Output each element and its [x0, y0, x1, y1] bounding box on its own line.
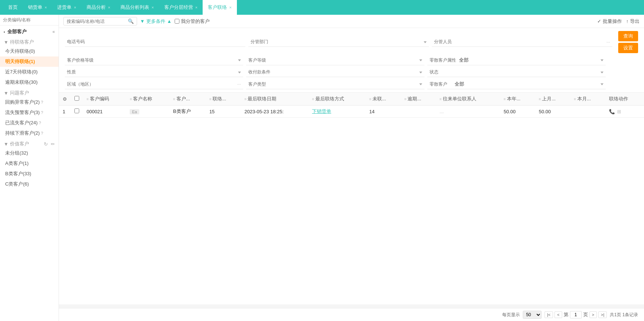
chevron-down-icon-3	[419, 58, 422, 62]
filter-region: 区域（地区） ···	[65, 80, 243, 89]
th-last-month: ≡上月...	[535, 93, 570, 106]
nav-tab-进货单[interactable]: 进货单 ×	[52, 0, 81, 15]
group-label-问题客户: ▼ 问题客户	[0, 87, 59, 97]
search-input[interactable]	[67, 19, 126, 24]
sidebar-item-abnormal-repurchase[interactable]: 回购异常客户(2) ?	[0, 97, 59, 107]
td-last-contact-method[interactable]: 下销货单	[308, 106, 365, 118]
batch-operations-btn[interactable]: ✓ 批量操作	[597, 18, 622, 25]
sidebar-item-a-customers[interactable]: A类客户(1)	[0, 158, 59, 169]
close-tab-客户分层经营-icon[interactable]: ×	[195, 5, 197, 10]
column-settings-icon[interactable]: ⚙	[63, 96, 67, 102]
sidebar-item-declining[interactable]: 持续下滑客户(2) ?	[0, 128, 59, 138]
toolbar: 🔍 ▼ 更多条件 ▲ 我分管的客户 ✓ 批量操作 ↑ 导出	[59, 15, 644, 28]
close-tab-进货单-icon[interactable]: ×	[74, 5, 76, 10]
sidebar-item-ungrouped[interactable]: 未分组(32)	[0, 148, 59, 158]
sidebar-item-overdue-contact[interactable]: 逾期未联络(30)	[0, 77, 59, 87]
sidebar-item-today-contact[interactable]: 今天待联络(0)	[0, 46, 59, 56]
filter-retail: 零散客户 全部	[427, 79, 606, 89]
search-icon[interactable]: 🔍	[128, 18, 134, 24]
sidebar-item-churn-warning[interactable]: 流失预警客户(3) ?	[0, 107, 59, 118]
dept-input[interactable]	[273, 39, 424, 45]
export-btn[interactable]: ↑ 导出	[626, 18, 640, 25]
settings-button[interactable]: 设置	[618, 43, 638, 53]
chevron-down-icon-5	[238, 70, 241, 74]
filter-payment: 收付款条件	[246, 68, 424, 77]
close-tab-商品分析-icon[interactable]: ×	[108, 5, 110, 10]
th-last-contact-date: ≡最后联络日期	[241, 93, 308, 106]
edit-icon[interactable]: ✏	[51, 141, 55, 147]
horizontal-scrollbar[interactable]	[59, 304, 644, 308]
action-icons: 📞 ⊞	[609, 109, 640, 114]
my-customers-checkbox-label: 我分管的客户	[175, 18, 210, 25]
sidebar-item-churned[interactable]: 已流失客户(24) ?	[0, 118, 59, 128]
page-input[interactable]	[570, 311, 582, 318]
last-page-btn[interactable]: >|	[598, 311, 607, 318]
region-more-icon[interactable]: ···	[237, 82, 241, 87]
export-icon: ↑	[626, 18, 629, 24]
sidebar-collapse-btn[interactable]: «	[52, 29, 55, 34]
collapse-icon: ▪	[4, 30, 5, 34]
help-icon-2: ?	[39, 121, 41, 125]
help-icon-0: ?	[41, 100, 43, 104]
sidebar-search-input[interactable]	[3, 17, 58, 23]
chevron-down-icon-6	[419, 70, 422, 74]
nav-tab-客户联络[interactable]: 客户联络 ×	[203, 0, 237, 15]
manager-input[interactable]	[456, 39, 606, 45]
prev-page-btn[interactable]: <	[554, 311, 562, 318]
filter-dept: 分管部门	[248, 37, 429, 47]
th-last-contact-method: ≡最后联络方式	[308, 93, 365, 106]
nav-tab-销货单[interactable]: 销货单 ×	[23, 0, 52, 15]
td-contact-count: 15	[206, 106, 241, 118]
nav-tab-商品分析[interactable]: 商品分析 ×	[81, 0, 115, 15]
th-contact-action: 联络动作	[605, 93, 644, 106]
my-customers-checkbox[interactable]	[175, 19, 179, 24]
th-checkbox	[71, 93, 83, 106]
per-page-select[interactable]: 50 100	[523, 311, 542, 319]
nav-tab-商品分析列表[interactable]: 商品分析列表 ×	[115, 0, 159, 15]
sidebar-item-b-customers[interactable]: B类客户(33)	[0, 169, 59, 179]
filter-row-1: 电话号码 分管部门 分管人员 ··· 查询 设置	[65, 31, 638, 53]
nav-home[interactable]: 首页	[3, 0, 23, 15]
last-contact-link[interactable]: 下销货单	[312, 108, 331, 114]
th-customer-name: ≡客户名称	[126, 93, 169, 106]
filter-row-2: 客户价格等级 客户等级 零散客户属性 全部	[65, 55, 638, 65]
help-icon-1: ?	[41, 110, 43, 115]
pagination-nav: |< < 第 页 > >|	[545, 311, 607, 318]
more-options-icon[interactable]: ···	[606, 39, 610, 45]
more-filter-btn[interactable]: ▼ 更多条件 ▲	[140, 18, 172, 25]
first-page-btn[interactable]: |<	[545, 311, 553, 318]
table-area: ⚙ ≡客户编码 ≡客户名称 ≡客户... ≡联络... ≡最后联络日期 ≡最后联…	[59, 93, 644, 304]
grid-action-icon[interactable]: ⊞	[617, 109, 621, 114]
close-tab-客户联络-icon[interactable]: ×	[229, 5, 231, 10]
sidebar-item-tomorrow-contact[interactable]: 明天待联络(1)	[0, 56, 59, 67]
next-page-btn[interactable]: >	[589, 311, 597, 318]
th-settings[interactable]: ⚙	[59, 93, 71, 106]
group-label-待联络客户: ▼ 待联络客户	[0, 37, 59, 46]
close-tab-商品分析列表-icon[interactable]: ×	[151, 5, 154, 10]
select-all-checkbox[interactable]	[74, 96, 79, 101]
td-last-month: 50.00	[535, 106, 570, 118]
search-box: 🔍	[63, 17, 137, 25]
nav-tab-客户分层经营[interactable]: 客户分层经营 ×	[159, 0, 203, 15]
sidebar-item-7days-contact[interactable]: 近7天待联络(0)	[0, 67, 59, 77]
th-overdue: ≡逾期...	[401, 93, 436, 106]
refresh-icon[interactable]: ↻	[44, 141, 48, 147]
close-tab-销货单-icon[interactable]: ×	[45, 5, 47, 10]
chevron-down-icon-8	[419, 82, 422, 86]
sidebar-search-box: 🔍	[0, 15, 59, 25]
main-layout: 🔍 ▪ 全部客户 « ▼ 待联络客户 今天待联络(0) 明天待联络(1) 近7天…	[0, 15, 644, 321]
td-index: 1	[59, 106, 71, 118]
td-last-contact-date: 2023-05-23 18:25:	[241, 106, 308, 118]
per-page-label: 每页显示	[502, 312, 520, 318]
phone-action-icon[interactable]: 📞	[609, 109, 615, 114]
row-checkbox[interactable]	[74, 108, 79, 113]
td-unlinked: 14	[365, 106, 400, 118]
filter-row-3: 性质 收付款条件 状态	[65, 68, 638, 77]
page-unit: 页	[583, 311, 588, 318]
phone-input[interactable]	[89, 39, 243, 45]
td-overdue	[401, 106, 436, 118]
filter-status: 状态	[427, 68, 606, 77]
top-nav: 首页 销货单 × 进货单 × 商品分析 × 商品分析列表 × 客户分层经营 × …	[0, 0, 644, 15]
sidebar-item-c-customers[interactable]: C类客户(6)	[0, 179, 59, 189]
query-button[interactable]: 查询	[618, 31, 638, 41]
